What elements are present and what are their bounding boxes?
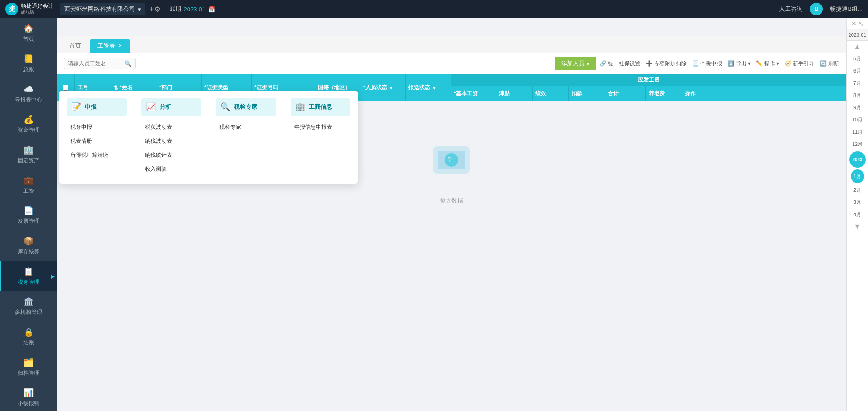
toolbar: 🔍 添加人员 ▾ 🔗 统一社保设置 ➕ 专项附加扣除 📃 个税申报 ⬇️ 导出 …: [57, 53, 846, 74]
cal-year-2023[interactable]: 2023: [849, 151, 866, 168]
sidebar-label-multi-org: 多机构管理: [15, 309, 42, 316]
tab-home[interactable]: 首页: [62, 39, 88, 53]
menu-item-tax-expert[interactable]: 税检专家: [216, 120, 276, 134]
menu-item-annual-report[interactable]: 年报信息申报表: [291, 120, 351, 134]
select-all-checkbox[interactable]: [63, 85, 68, 91]
add-person-label: 添加人员: [561, 59, 585, 68]
cal-nav-down[interactable]: ▼: [852, 221, 863, 232]
search-box: 🔍: [64, 58, 136, 69]
sidebar-item-inventory[interactable]: 📦 库存核算: [0, 231, 57, 261]
sidebar-item-fixed-assets[interactable]: 🏢 固定资产: [0, 140, 57, 170]
menu-item-tax-payment[interactable]: 纳税波动表: [141, 134, 202, 148]
menu-item-tax-declare[interactable]: 税务申报: [67, 120, 127, 134]
refresh-icon: 🔄: [820, 60, 827, 67]
close-panel-icon[interactable]: ✕: [851, 20, 857, 27]
guide-btn[interactable]: 🧭 新手引导: [785, 60, 815, 68]
company-selector[interactable]: 西安虾米网络科技有限公司 ▾: [60, 3, 145, 15]
th-send-label: 报送状态: [408, 84, 430, 92]
cal-month-8[interactable]: 8月: [847, 89, 868, 102]
tab-salary[interactable]: 工资表 ✕: [90, 39, 130, 53]
export-icon: ⬇️: [727, 60, 734, 67]
cal-month-11[interactable]: 11月: [847, 126, 868, 138]
cal-month-5[interactable]: 5月: [847, 53, 868, 65]
cal-month-3[interactable]: 3月: [847, 196, 868, 208]
personal-tax-btn[interactable]: 📃 个税申报: [692, 60, 722, 68]
refresh-btn[interactable]: 🔄 刷新: [820, 60, 839, 68]
th-operation: 操作: [682, 86, 718, 101]
sidebar-item-fund[interactable]: 💰 资金管理: [0, 109, 57, 140]
sidebar-item-salary[interactable]: 💼 工资: [0, 170, 57, 200]
sidebar-item-report[interactable]: 📊 小畅报销: [0, 382, 57, 411]
export-btn[interactable]: ⬇️ 导出 ▾: [727, 60, 751, 68]
cal-nav-up[interactable]: ▲: [852, 41, 863, 53]
cal-month-4[interactable]: 4月: [847, 208, 868, 221]
human-service[interactable]: 人工咨询: [779, 5, 803, 13]
menu-item-tax-stats[interactable]: 纳税统计表: [141, 148, 202, 162]
menu-section-header-expert: 🔍 税检专家: [216, 98, 276, 116]
salary-icon: 💼: [24, 175, 34, 185]
sidebar-item-cloud-report[interactable]: ☁️ 云报表中心: [0, 79, 57, 109]
sidebar-item-close-account[interactable]: 🔒 结账: [0, 322, 57, 352]
cloud-icon: ☁️: [24, 84, 34, 94]
logo-text-block: 畅捷通好会计 旗舰版: [21, 3, 53, 15]
report-icon: 📊: [24, 388, 34, 398]
sidebar-label-invoice: 发票管理: [18, 218, 39, 225]
sidebar-label-assets: 固定资产: [18, 157, 39, 164]
special-deduct-btn[interactable]: ➕ 专项附加扣除: [646, 60, 687, 68]
sidebar-item-invoice[interactable]: 📄 发票管理: [0, 200, 57, 231]
header-add-button[interactable]: +: [149, 5, 154, 14]
period-display: 账期 2023-01 📅: [170, 5, 216, 13]
logo-area: 捷 畅捷通好会计 旗舰版: [5, 3, 60, 15]
tab-bar: 首页 工资表 ✕: [57, 36, 846, 53]
menu-item-tax-burden[interactable]: 税负波动表: [141, 120, 202, 134]
archive-icon: 🗂️: [24, 358, 34, 367]
menu-item-income-tax[interactable]: 所得税汇算清缴: [67, 148, 127, 162]
calendar-icon[interactable]: 📅: [208, 6, 215, 13]
menu-section-header-declaration: 📝 申报: [67, 98, 127, 116]
user-avatar: B: [810, 3, 823, 15]
sidebar-label-home: 首页: [23, 35, 34, 43]
filter-icon-send[interactable]: ▼: [432, 85, 437, 91]
doc-icon: 📃: [692, 60, 699, 67]
header-actions: 人工咨询 B 畅捷通B组...: [779, 3, 863, 15]
app-name: 畅捷通好会计: [21, 3, 53, 9]
menu-item-tax-table[interactable]: 税表清册: [67, 134, 127, 148]
chevron-down-icon: ▾: [776, 60, 779, 67]
operation-btn[interactable]: ✏️ 操作 ▾: [756, 60, 779, 68]
cal-month-12[interactable]: 12月: [847, 138, 868, 150]
social-insurance-btn[interactable]: 🔗 统一社保设置: [600, 60, 640, 68]
company-name: 西安虾米网络科技有限公司: [64, 5, 135, 13]
sidebar-item-tax[interactable]: 📋 税务管理 ▶: [0, 261, 57, 291]
search-input[interactable]: [68, 60, 122, 67]
th-send-status: 报送状态 ▼: [406, 74, 451, 101]
tab-close-icon[interactable]: ✕: [118, 43, 122, 49]
cal-month-9[interactable]: 9月: [847, 102, 868, 114]
filter-icon[interactable]: ▼: [388, 85, 394, 91]
menu-section-tax-expert: 🔍 税检专家 税检专家: [209, 91, 283, 184]
expand-panel-icon[interactable]: ⤡: [858, 20, 864, 27]
declaration-icon: 📝: [71, 102, 81, 112]
plus-icon: ➕: [646, 60, 653, 67]
sort-icon[interactable]: ⇅: [114, 85, 118, 91]
sidebar-item-archive[interactable]: 🗂️ 归档管理: [0, 352, 57, 382]
sidebar-label-inventory: 库存核算: [18, 248, 39, 256]
panel-close-row: ✕ ⤡: [847, 18, 868, 29]
empty-illustration: ?: [429, 137, 474, 191]
sidebar-item-multi-org[interactable]: 🏛️ 多机构管理: [0, 291, 57, 322]
cal-month-2[interactable]: 2月: [847, 184, 868, 196]
sidebar-item-ledger[interactable]: 📒 总账: [0, 48, 57, 79]
sidebar-label-tax: 税务管理: [18, 278, 39, 286]
invoice-icon: 📄: [24, 206, 34, 216]
header-settings-button[interactable]: ⚙: [154, 5, 160, 14]
menu-item-income-estimate[interactable]: 收入测算: [141, 162, 202, 176]
sidebar-item-home[interactable]: 🏠 首页: [0, 18, 57, 48]
cal-month-10[interactable]: 10月: [847, 114, 868, 126]
empty-text: 暂无数据: [440, 197, 463, 205]
add-person-button[interactable]: 添加人员 ▾: [555, 57, 596, 70]
sidebar: 🏠 首页 📒 总账 ☁️ 云报表中心 💰 资金管理 🏢 固定资产 💼 工资 📄 …: [0, 18, 57, 411]
cal-month-6[interactable]: 6月: [847, 65, 868, 77]
cal-month-1[interactable]: 1月: [851, 169, 864, 183]
cal-month-7[interactable]: 7月: [847, 77, 868, 89]
expert-icon: 🔍: [220, 102, 230, 112]
user-name[interactable]: 畅捷通B组...: [830, 5, 863, 13]
